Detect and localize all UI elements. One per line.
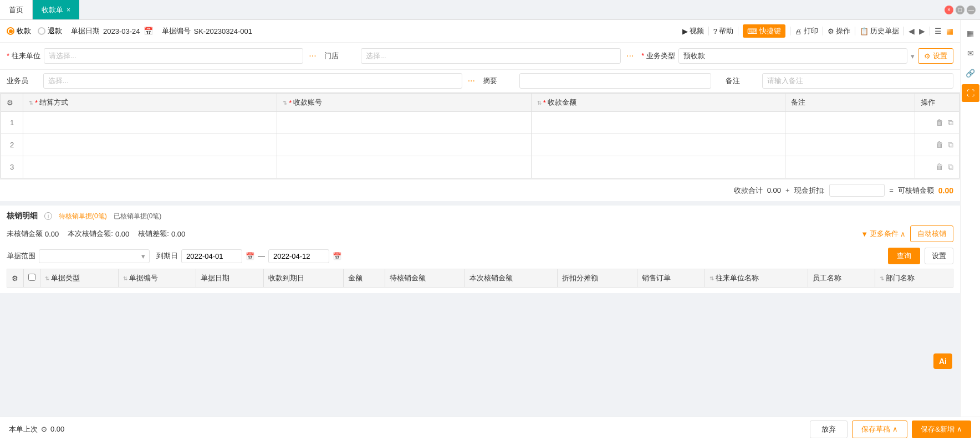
business-type-input[interactable]: 预收款 [678, 48, 907, 64]
pending-tab[interactable]: 待核销单据(0笔) [59, 212, 107, 221]
business-type-field: * 业务类型 预收款 ▾ ⚙ 设置 [641, 48, 953, 64]
row-2-account[interactable] [277, 134, 531, 156]
th-gear: ⚙ [1, 94, 23, 112]
row-1-settlement[interactable] [23, 112, 277, 134]
row-3-settlement[interactable] [23, 156, 277, 178]
date-to-input[interactable] [268, 249, 329, 263]
row-3-delete-icon[interactable]: 🗑 [936, 162, 943, 171]
shortcut-label: 快捷键 [759, 26, 781, 36]
radio-collect[interactable]: 收款 [7, 26, 31, 36]
row-1-amount[interactable] [531, 112, 785, 134]
radio-collect-inner [9, 29, 13, 33]
row-3-account[interactable] [277, 156, 531, 178]
row-2-delete-icon[interactable]: 🗑 [936, 140, 943, 149]
remark-input[interactable]: 请输入备注 [762, 73, 954, 89]
list-icon[interactable]: ☰ [935, 27, 942, 35]
th-discount-label: 折扣分摊额 [562, 274, 598, 282]
settings-button[interactable]: ⚙ 设置 [918, 48, 953, 64]
prev-icon[interactable]: ◀ [908, 27, 915, 35]
sidebar-expand-icon[interactable]: ⛶ [962, 84, 979, 102]
window-max-btn[interactable]: □ [956, 6, 964, 14]
tab-active[interactable]: 收款单 × [33, 0, 79, 19]
th-check [24, 269, 40, 288]
table-gear-icon[interactable]: ⚙ [7, 99, 13, 107]
row-2-amount[interactable] [531, 134, 785, 156]
counterpart-input[interactable]: 请选择... [44, 48, 304, 64]
sort-icon-2[interactable]: ⇅ [283, 100, 287, 106]
sidebar-link-icon[interactable]: 🔗 [962, 64, 979, 82]
shortcut-btn[interactable]: ⌨ 快捷键 [743, 24, 785, 38]
radio-refund[interactable]: 退款 [38, 26, 62, 36]
row-1-copy-icon[interactable]: ⧉ [948, 118, 953, 127]
sort-icon-3[interactable]: ⇅ [537, 100, 542, 106]
discount-input[interactable] [829, 184, 885, 197]
counterpart-more-icon[interactable]: ··· [307, 51, 318, 61]
shop-input[interactable]: 选择... [361, 48, 621, 64]
grid-icon[interactable]: ▦ [946, 27, 953, 35]
sort-partner[interactable]: ⇅ [710, 275, 714, 281]
th-partner-label: 往来单位名称 [716, 273, 759, 283]
print-link[interactable]: 🖨 打印 [795, 26, 818, 36]
window-close-btn[interactable]: × [945, 6, 953, 14]
sort-icon-1[interactable]: ⇅ [29, 100, 33, 106]
range-label: 单据范围 [7, 251, 35, 261]
th-doc-num: ⇅ 单据编号 [118, 269, 196, 288]
window-min-btn[interactable]: — [967, 6, 976, 14]
divider-7 [930, 27, 930, 35]
bottom-table: ⚙ ⇅ 单据类型 ⇅ [7, 269, 953, 288]
row-3-remark[interactable] [785, 156, 915, 178]
save-button[interactable]: 保存&新增 ∧ [912, 421, 971, 438]
staff-more-icon[interactable]: ··· [466, 76, 477, 86]
ai-badge[interactable]: Ai [933, 353, 952, 369]
shop-more-icon[interactable]: ··· [624, 51, 636, 61]
history-link[interactable]: 📋 历史单据 [860, 26, 899, 36]
ops-link[interactable]: ⚙ 操作 [828, 26, 850, 36]
help-link[interactable]: ? 帮助 [713, 26, 733, 36]
row-2-settlement[interactable] [23, 134, 277, 156]
info-icon[interactable]: i [44, 212, 52, 220]
tab-close-icon[interactable]: × [67, 6, 70, 14]
row-3-copy-icon[interactable]: ⧉ [948, 162, 953, 171]
tab-home[interactable]: 首页 [0, 0, 33, 19]
sort-doc-num[interactable]: ⇅ [123, 275, 127, 281]
sort-doc-type[interactable]: ⇅ [45, 275, 49, 281]
history-label: 历史单据 [870, 26, 899, 36]
gear-icon-2[interactable]: ⚙ [12, 274, 18, 283]
sidebar-email-icon[interactable]: ✉ [962, 44, 979, 62]
done-tab[interactable]: 已核销单据(0笔) [114, 212, 162, 221]
more-conditions-link[interactable]: ▼ 更多条件 ∧ [861, 229, 906, 239]
auto-nuclear-btn[interactable]: 自动核销 [910, 225, 953, 242]
summary-input[interactable] [519, 73, 711, 89]
range-select[interactable] [39, 249, 150, 263]
row-2-copy-icon[interactable]: ⧉ [948, 140, 953, 149]
staff-input[interactable]: 选择... [43, 73, 462, 89]
video-link[interactable]: ▶ 视频 [682, 26, 704, 36]
query-button[interactable]: 查询 [888, 248, 920, 264]
filter-settings-btn[interactable]: 设置 [925, 248, 953, 264]
counterpart-placeholder: 请选择... [49, 51, 76, 61]
footer-info-icon[interactable]: ⊙ [41, 425, 47, 433]
sidebar-table-icon[interactable]: ▦ [962, 24, 979, 42]
th-pending-amount-label: 待核销金额 [390, 274, 426, 282]
video-label: 视频 [690, 26, 704, 36]
row-1-ops: 🗑 ⧉ [915, 112, 959, 134]
row-1-account[interactable] [277, 112, 531, 134]
gear-icon: ⚙ [924, 52, 931, 60]
nuclear-header: 核销明细 i 待核销单据(0笔) 已核销单据(0笔) [7, 211, 953, 221]
calendar-icon[interactable]: 📅 [144, 27, 153, 35]
row-1-remark[interactable] [785, 112, 915, 134]
row-1-delete-icon[interactable]: 🗑 [936, 118, 943, 127]
row-2-remark[interactable] [785, 134, 915, 156]
staff-field: 业务员 选择... ··· [7, 73, 477, 89]
next-icon[interactable]: ▶ [919, 27, 925, 35]
calendar-to-icon[interactable]: 📅 [333, 252, 341, 260]
due-date-field: 到期日 📅 — 📅 [156, 249, 341, 263]
abandon-button[interactable]: 放弃 [810, 421, 848, 438]
date-from-input[interactable] [181, 249, 242, 263]
draft-button[interactable]: 保存草稿 ∧ [852, 421, 907, 438]
sort-dept[interactable]: ⇅ [880, 275, 884, 281]
calendar-from-icon[interactable]: 📅 [246, 252, 254, 260]
select-all-checkbox[interactable] [28, 274, 35, 281]
dropdown-icon[interactable]: ▾ [911, 52, 915, 60]
row-3-amount[interactable] [531, 156, 785, 178]
